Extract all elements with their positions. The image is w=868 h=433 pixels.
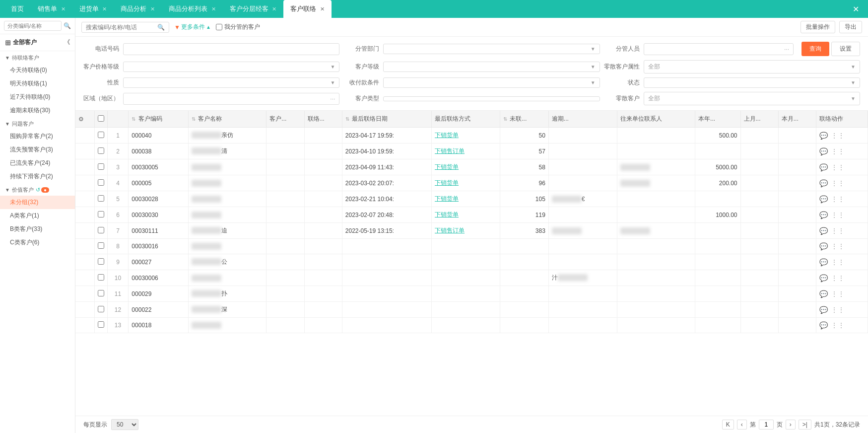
more-action-icon[interactable]: ⋮⋮	[831, 242, 845, 250]
sidebar-item-overdue-pending[interactable]: 逾期未联络(30)	[0, 104, 75, 117]
contact-method-link[interactable]: 下销货单	[435, 211, 459, 218]
contact-method-link[interactable]: 下销货单	[435, 132, 459, 139]
page-number-input[interactable]	[759, 420, 774, 430]
chat-icon[interactable]: 💬	[819, 211, 828, 219]
close-product-analysis-icon[interactable]: ✕	[150, 6, 155, 12]
chat-icon[interactable]: 💬	[819, 290, 828, 298]
close-purchase-icon[interactable]: ✕	[102, 6, 107, 12]
retail-customer-select[interactable]: 全部 ▼	[644, 92, 860, 105]
nav-product-analysis[interactable]: 商品分析 ✕	[114, 0, 162, 18]
sidebar-item-churned[interactable]: 已流失客户(24)	[0, 156, 75, 170]
no-contact-column-header[interactable]: ⇅ 未联...	[500, 111, 548, 128]
last-month-column-header[interactable]: 上月...	[740, 111, 778, 128]
sidebar-item-c-class[interactable]: C类客户(6)	[0, 236, 75, 249]
more-action-icon[interactable]: ⋮⋮	[831, 321, 845, 329]
chat-icon[interactable]: 💬	[819, 321, 828, 329]
row-checkbox[interactable]	[98, 242, 104, 249]
first-page-button[interactable]: K	[722, 420, 734, 430]
more-action-icon[interactable]: ⋮⋮	[831, 179, 845, 187]
value-group-title[interactable]: ▼ 价值客户 ↺ ●	[0, 183, 75, 196]
phone-input[interactable]	[123, 43, 339, 55]
name-column-header[interactable]: ⇅ 客户名称	[188, 111, 266, 128]
row-checkbox[interactable]	[98, 274, 104, 281]
contact-method-link[interactable]: 下销售订单	[435, 227, 465, 234]
filter-search-input[interactable]	[86, 24, 155, 31]
more-action-icon[interactable]: ⋮⋮	[831, 147, 845, 155]
batch-operation-button[interactable]: 批量操作	[801, 21, 835, 33]
overdue-column-header[interactable]: 逾期...	[548, 111, 617, 128]
more-action-icon[interactable]: ⋮⋮	[831, 195, 845, 203]
chat-icon[interactable]: 💬	[819, 306, 828, 314]
row-checkbox[interactable]	[98, 132, 104, 138]
row-checkbox[interactable]	[98, 147, 104, 154]
more-action-icon[interactable]: ⋮⋮	[831, 290, 845, 298]
last-contact-method-column-header[interactable]: 最后联络方式	[432, 111, 500, 128]
select-all-checkbox[interactable]	[98, 115, 104, 122]
status-select[interactable]: ▼	[644, 77, 860, 88]
price-level-select[interactable]: ▼	[123, 62, 339, 72]
more-action-icon[interactable]: ⋮⋮	[831, 306, 845, 314]
next-page-button[interactable]: ›	[786, 420, 796, 430]
row-checkbox[interactable]	[98, 321, 104, 328]
more-action-icon[interactable]: ⋮⋮	[831, 211, 845, 219]
nav-sales[interactable]: 销售单 ✕	[31, 0, 72, 18]
filter-search-icon[interactable]: 🔍	[157, 24, 165, 31]
export-button[interactable]: 导出	[839, 21, 862, 33]
sidebar-item-hoarding[interactable]: 囤购异常客户(2)	[0, 130, 75, 143]
sidebar-search-input[interactable]	[4, 21, 62, 31]
more-action-icon[interactable]: ⋮⋮	[831, 274, 845, 282]
type-select[interactable]	[383, 96, 600, 101]
close-customer-segment-icon[interactable]: ✕	[272, 6, 276, 12]
sidebar-item-ungrouped[interactable]: 未分组(32)	[0, 196, 75, 209]
row-checkbox[interactable]	[98, 163, 104, 170]
chat-icon[interactable]: 💬	[819, 258, 828, 266]
chat-icon[interactable]: 💬	[819, 179, 828, 187]
code-column-header[interactable]: ⇅ 客户编码	[129, 111, 189, 128]
contact-column-header[interactable]: 联络...	[304, 111, 342, 128]
sidebar-item-churn-warning[interactable]: 流失预警客户(3)	[0, 143, 75, 156]
refresh-icon[interactable]: ↺	[36, 187, 40, 193]
row-checkbox[interactable]	[98, 290, 104, 296]
gender-select[interactable]: ▼	[123, 77, 339, 88]
last-page-button[interactable]: >|	[799, 420, 811, 430]
sidebar-item-7day-pending[interactable]: 近7天待联络(0)	[0, 90, 75, 104]
prev-page-button[interactable]: ‹	[737, 420, 747, 430]
row-checkbox[interactable]	[98, 211, 104, 217]
contact-method-link[interactable]: 下销售订单	[435, 147, 465, 154]
region-more-icon[interactable]: ···	[330, 95, 335, 102]
row-checkbox[interactable]	[98, 179, 104, 186]
sidebar-item-declining[interactable]: 持续下滑客户(2)	[0, 170, 75, 183]
filter-more-button[interactable]: ▼ 更多条件 ▲	[174, 23, 211, 31]
level-select[interactable]: ▼	[383, 62, 600, 72]
this-month-column-header[interactable]: 本月...	[778, 111, 816, 128]
contact-method-link[interactable]: 下销货单	[435, 163, 459, 170]
chat-icon[interactable]: 💬	[819, 195, 828, 203]
nav-purchase[interactable]: 进货单 ✕	[72, 0, 114, 18]
settings-column-header[interactable]: ⚙	[75, 111, 94, 128]
chat-icon[interactable]: 💬	[819, 242, 828, 250]
chat-icon[interactable]: 💬	[819, 147, 828, 155]
category-column-header[interactable]: 客户...	[267, 111, 304, 128]
reset-button[interactable]: 设置	[831, 42, 860, 56]
sidebar-item-tomorrow-pending[interactable]: 明天待联络(1)	[0, 77, 75, 90]
sidebar-item-a-class[interactable]: A类客户(1)	[0, 209, 75, 222]
last-contact-date-column-header[interactable]: ⇅ 最后联络日期	[342, 111, 431, 128]
more-action-icon[interactable]: ⋮⋮	[831, 258, 845, 266]
nav-customer-segment[interactable]: 客户分层经客 ✕	[223, 0, 284, 18]
collapse-icon[interactable]: 《	[64, 38, 70, 47]
row-checkbox[interactable]	[98, 195, 104, 202]
query-button[interactable]: 查询	[801, 42, 829, 56]
more-action-icon[interactable]: ⋮⋮	[831, 227, 845, 235]
region-select[interactable]: ···	[123, 93, 339, 105]
sidebar-search-icon[interactable]: 🔍	[64, 22, 71, 29]
contact-method-link[interactable]: 下销货单	[435, 179, 459, 186]
more-action-icon[interactable]: ⋮⋮	[831, 163, 845, 171]
page-size-select[interactable]: 50 100 200	[111, 419, 138, 430]
person-select[interactable]: ···	[644, 43, 794, 55]
top-close-button[interactable]: ✕	[848, 4, 864, 14]
contact-method-link[interactable]: 下销货单	[435, 195, 459, 202]
person-more-icon[interactable]: ···	[784, 46, 789, 53]
close-sales-icon[interactable]: ✕	[61, 6, 66, 12]
pending-group-title[interactable]: ▼ 待联络客户	[0, 51, 75, 64]
close-product-analysis-list-icon[interactable]: ✕	[211, 6, 216, 12]
